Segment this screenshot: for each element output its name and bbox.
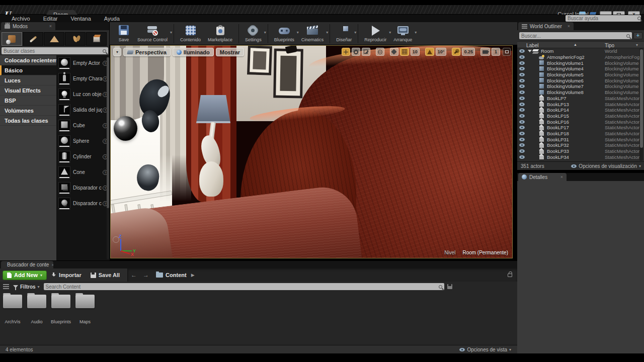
- visibility-eye-icon[interactable]: [519, 143, 525, 147]
- outliner-row[interactable]: BookLP31 StaticMeshActor: [517, 136, 644, 142]
- visibility-eye-icon[interactable]: [519, 73, 525, 76]
- outliner-row[interactable]: BookLP32 StaticMeshActor: [517, 142, 644, 148]
- outliner-search[interactable]: [519, 32, 632, 39]
- chevron-down-icon[interactable]: ▾: [354, 30, 356, 35]
- back-button[interactable]: ←: [128, 272, 140, 279]
- maximize-viewport-button[interactable]: [503, 48, 511, 56]
- filters-button[interactable]: Filtros ▾: [13, 284, 40, 290]
- toolbar-button[interactable]: Contenido: [177, 24, 204, 43]
- visibility-eye-icon[interactable]: [519, 132, 525, 135]
- outliner-row[interactable]: BlockingVolume1 BlockingVolume: [517, 60, 644, 66]
- visibility-eye-icon[interactable]: [519, 103, 525, 106]
- visibility-eye-icon[interactable]: [519, 114, 525, 118]
- world-local-toggle[interactable]: [376, 48, 384, 56]
- mode-button[interactable]: [23, 32, 43, 46]
- placement-item[interactable]: Cylinder ?: [56, 149, 110, 164]
- viewport-scene[interactable]: [111, 46, 512, 258]
- placement-item[interactable]: Disparador c ?: [56, 180, 110, 196]
- column-label[interactable]: Label: [526, 43, 538, 48]
- chevron-down-icon[interactable]: ▾: [326, 30, 328, 35]
- outliner-row[interactable]: BlockingVolume4 BlockingVolume: [517, 66, 644, 72]
- move-tool-button[interactable]: [342, 48, 350, 56]
- content-search-input[interactable]: [46, 284, 439, 290]
- scale-snap-button[interactable]: [452, 48, 460, 56]
- toolbar-button[interactable]: Reproducir ▾: [361, 24, 390, 43]
- menu-item[interactable]: Ayuda: [98, 16, 126, 22]
- outliner-row[interactable]: BookLP14 StaticMeshActor: [517, 107, 644, 113]
- visibility-eye-icon[interactable]: [519, 61, 525, 65]
- outliner-row[interactable]: BookLP7 StaticMeshActor: [517, 96, 644, 102]
- view-options-button[interactable]: Opciones de vista ▾: [459, 347, 511, 352]
- placement-item[interactable]: Salida del jug ?: [56, 102, 110, 118]
- outliner-row[interactable]: AtmosphericFog2 AtmosphericFog: [517, 54, 644, 60]
- outliner-row[interactable]: Room World: [517, 48, 644, 54]
- type-filter-icon[interactable]: ▾: [636, 43, 638, 47]
- visibility-eye-icon[interactable]: [519, 90, 525, 94]
- placement-item[interactable]: Disparador c ?: [56, 196, 110, 211]
- folder-tile[interactable]: Maps: [75, 295, 95, 345]
- rotation-snap-value[interactable]: 10°: [436, 48, 447, 56]
- outliner-row[interactable]: BlockingVolume8 BlockingVolume: [517, 89, 644, 96]
- save-all-button[interactable]: Save All: [86, 270, 124, 280]
- tab-world-outliner[interactable]: World Outliner ×: [518, 22, 574, 30]
- scale-tool-button[interactable]: [362, 48, 370, 56]
- perspective-button[interactable]: Perspectiva: [123, 48, 171, 56]
- view-options-button[interactable]: Opciones de visualización ▾: [571, 163, 641, 169]
- scrollbar[interactable]: [639, 48, 643, 161]
- outliner-row[interactable]: BookLP16 StaticMeshActor: [517, 119, 644, 125]
- save-filter-icon[interactable]: [447, 284, 452, 289]
- expander-icon[interactable]: [528, 50, 532, 52]
- toolbar-button[interactable]: Cinematics ▾: [298, 24, 328, 43]
- folder-tile[interactable]: Blueprints: [51, 295, 70, 345]
- visibility-eye-icon[interactable]: [519, 138, 525, 141]
- visibility-eye-icon[interactable]: [519, 49, 525, 53]
- placement-item[interactable]: Cone ?: [56, 164, 110, 180]
- rotation-snap-button[interactable]: [425, 48, 434, 56]
- category-item[interactable]: Visual Effects: [0, 85, 56, 96]
- mode-button[interactable]: [86, 32, 107, 46]
- toolbar-button[interactable]: Save: [114, 24, 134, 43]
- add-new-button[interactable]: Add New ▾: [3, 270, 47, 280]
- toolbar-button[interactable]: Marketplace: [204, 24, 236, 43]
- visibility-eye-icon[interactable]: [519, 155, 525, 159]
- viewport-options-button[interactable]: ▾: [113, 48, 121, 56]
- outliner-row[interactable]: BlockingVolume7 BlockingVolume: [517, 83, 644, 89]
- category-item[interactable]: Básico: [0, 65, 56, 75]
- toolbar-button[interactable]: Diseñar ▾: [333, 24, 355, 43]
- viewport[interactable]: ▾ Perspectiva Iluminado Mostrar 10: [110, 45, 513, 258]
- visibility-eye-icon[interactable]: [519, 149, 525, 153]
- outliner-search-input[interactable]: [521, 33, 626, 39]
- outliner-row[interactable]: BookLP17 StaticMeshActor: [517, 125, 644, 131]
- rotate-tool-button[interactable]: [352, 48, 360, 56]
- mode-button[interactable]: [44, 32, 64, 46]
- help-search[interactable]: [566, 15, 641, 22]
- import-button[interactable]: Importar: [47, 270, 86, 280]
- sort-asc-icon[interactable]: ▲: [574, 43, 577, 46]
- camera-speed-button[interactable]: [480, 48, 490, 56]
- content-search[interactable]: [44, 283, 444, 290]
- toolbar-button[interactable]: Source Control ▾: [134, 24, 171, 43]
- chevron-down-icon[interactable]: ▾: [415, 30, 417, 35]
- close-icon[interactable]: ×: [51, 262, 53, 267]
- visibility-eye-icon[interactable]: [519, 84, 525, 88]
- tab-modes[interactable]: Modos ×: [1, 22, 55, 30]
- close-icon[interactable]: ×: [49, 24, 52, 29]
- titlebar[interactable]: U Room CursoUnreal ×: [0, 5, 644, 15]
- lit-mode-button[interactable]: Iluminado: [173, 48, 214, 56]
- column-type[interactable]: Tipo: [605, 43, 614, 48]
- outliner-row[interactable]: BookLP13 StaticMeshActor: [517, 101, 644, 107]
- tab-details[interactable]: Detalles ×: [518, 173, 567, 181]
- grid-snap-button[interactable]: [400, 48, 409, 56]
- placement-item[interactable]: Luz con obje ?: [56, 86, 110, 102]
- outliner-row[interactable]: BlockingVolume6 BlockingVolume: [517, 77, 644, 83]
- category-item[interactable]: Luces: [0, 75, 56, 85]
- mode-button[interactable]: [2, 32, 22, 46]
- visibility-eye-icon[interactable]: [519, 126, 525, 129]
- category-item[interactable]: Todas las clases: [0, 116, 56, 126]
- category-item[interactable]: BSP: [0, 96, 56, 106]
- close-icon[interactable]: ×: [568, 24, 570, 29]
- visibility-eye-icon[interactable]: [519, 97, 525, 100]
- class-search[interactable]: [2, 47, 108, 54]
- tab-content-browser[interactable]: Buscador de conte ×: [1, 261, 53, 268]
- grid-snap-value[interactable]: 10: [411, 48, 420, 56]
